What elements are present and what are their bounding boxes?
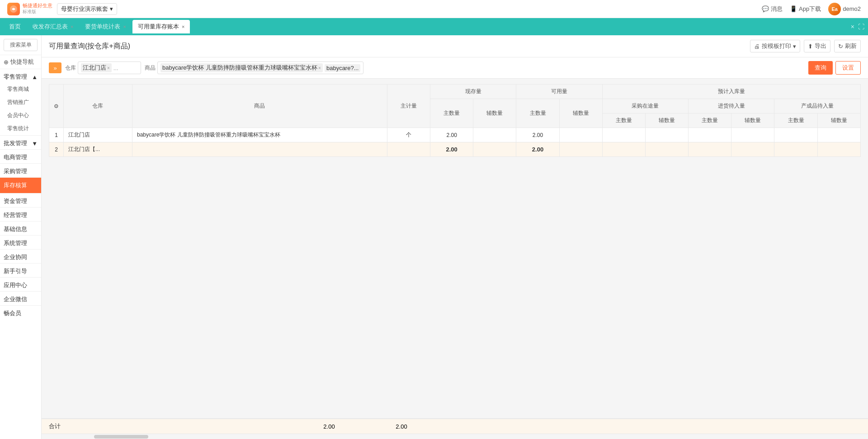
main-layout: 搜索菜单 ⊕ 快捷导航 零售管理 ▲ 零售商城 营销推广 会员中心 零售统计 批…	[0, 35, 868, 439]
row-2-avail-aux	[559, 142, 602, 157]
wholesale-label: 批发管理	[4, 139, 27, 147]
export-label: 导出	[815, 42, 826, 50]
tab-inventory-close[interactable]: ×	[182, 24, 184, 29]
sidebar-section-operations: 经营管理	[0, 207, 41, 221]
sidebar-search-area: 搜索菜单	[0, 35, 41, 55]
product-tag-1-close[interactable]: ×	[318, 66, 321, 71]
export-button[interactable]: ⬆ 导出	[804, 40, 830, 52]
filter-toggle-button[interactable]: »	[49, 62, 61, 73]
horizontal-scrollbar[interactable]	[42, 434, 868, 439]
col-unit-header: 主计量	[387, 85, 430, 128]
top-bar: 畅捷通好生意 标准版 母婴行业演示账套 ▾ 💬 消息 📱 App下载 Ea de…	[0, 0, 868, 18]
sidebar-item-retail-mall[interactable]: 零售商城	[0, 83, 41, 96]
filter-bar: » 仓库 江北门店 × ... 商品 babycare学饮杯 儿童防摔防撞吸管杯…	[42, 57, 868, 79]
sidebar-operations-header[interactable]: 经营管理	[0, 208, 41, 221]
sidebar-item-members[interactable]: 会员中心	[0, 109, 41, 122]
sidebar-appcenter-header[interactable]: 应用中心	[0, 278, 41, 291]
sidebar-purchase-header[interactable]: 采购管理	[0, 164, 41, 177]
row-2-avail-main: 2.00	[516, 142, 559, 157]
tab-order-close[interactable]: ×	[123, 24, 126, 29]
scroll-thumb[interactable]	[94, 435, 148, 439]
col-purchase-transit-header: 采购在途量	[602, 99, 688, 113]
search-button[interactable]: 查询	[808, 61, 833, 75]
sidebar-section-wechat: 企业微信	[0, 291, 41, 305]
row-1-pur-main	[602, 128, 645, 142]
product-tag-1-text: babycare学饮杯 儿童防摔防撞吸管杯重力球吸嘴杯宝宝水杯	[162, 64, 317, 72]
system-label: 系统管理	[4, 239, 27, 247]
product-tag-2: babycare?...	[325, 64, 361, 72]
sidebar-section-wholesale: 批发管理 ▼	[0, 135, 41, 149]
sidebar-basic-header[interactable]: 基础信息	[0, 222, 41, 235]
message-button[interactable]: 💬 消息	[762, 5, 783, 13]
logo-icon	[7, 3, 20, 15]
print-template-button[interactable]: 🖨 按模板打印 ▾	[750, 40, 800, 52]
top-bar-right: 💬 消息 📱 App下载 Ea demo2	[762, 3, 861, 15]
user-area[interactable]: Ea demo2	[828, 3, 861, 15]
row-1-prod-main	[774, 128, 817, 142]
warehouse-tag-close[interactable]: ×	[107, 66, 110, 71]
sidebar-member-header[interactable]: 畅会员	[0, 306, 41, 319]
sidebar-newbie-header[interactable]: 新手引导	[0, 264, 41, 277]
sidebar-retail-header[interactable]: 零售管理 ▲	[0, 69, 41, 83]
industry-selector[interactable]: 母婴行业演示账套 ▾	[57, 3, 117, 15]
col-settings-header[interactable]: ⚙	[49, 85, 64, 128]
sidebar-ecommerce-header[interactable]: 电商管理	[0, 150, 41, 163]
sidebar-inventory-header[interactable]: 库存核算	[0, 178, 41, 193]
product-filter: 商品 babycare学饮杯 儿童防摔防撞吸管杯重力球吸嘴杯宝宝水杯 × bab…	[145, 61, 363, 74]
tab-collect-label: 收发存汇总表	[33, 23, 68, 31]
col-goods-aux-header: 辅数量	[731, 113, 774, 128]
tab-collect-close[interactable]: ×	[71, 24, 73, 29]
product-tag-1: babycare学饮杯 儿童防摔防撞吸管杯重力球吸嘴杯宝宝水杯 ×	[160, 63, 323, 72]
settings-button[interactable]: 设置	[835, 61, 861, 75]
row-2-pur-main	[602, 142, 645, 157]
sidebar-item-marketing[interactable]: 营销推广	[0, 96, 41, 109]
sidebar-section-retail: 零售管理 ▲ 零售商城 营销推广 会员中心 零售统计	[0, 69, 41, 135]
sidebar-wechat-header[interactable]: 企业微信	[0, 292, 41, 305]
row-1-avail-main: 2.00	[516, 128, 559, 142]
col-planned-header: 预计入库量	[602, 85, 860, 99]
refresh-button[interactable]: ↻ 刷新	[834, 40, 861, 52]
sidebar-collab-header[interactable]: 企业协同	[0, 250, 41, 263]
col-product-main-header: 主数量	[774, 113, 817, 128]
row-2-product	[132, 142, 387, 157]
logo-text-area: 畅捷通好生意 标准版	[23, 3, 52, 15]
row-2-num: 2	[49, 142, 64, 157]
search-menu-button[interactable]: 搜索菜单	[4, 39, 38, 51]
inventory-label: 库存核算	[4, 181, 27, 189]
col-product-waiting-header: 产成品待入量	[774, 99, 861, 113]
sidebar-section-appcenter: 应用中心	[0, 277, 41, 291]
quicknav-label: 快捷导航	[10, 58, 34, 66]
member-label: 畅会员	[4, 309, 21, 317]
warehouse-dots[interactable]: ...	[113, 65, 118, 71]
sidebar-item-quicknav[interactable]: ⊕ 快捷导航	[0, 55, 41, 69]
tab-home-label: 首页	[9, 23, 21, 31]
warehouse-input[interactable]: 江北门店 × ...	[78, 61, 141, 74]
row-1-num: 1	[49, 128, 64, 142]
window-close-button[interactable]: ×	[851, 23, 854, 30]
window-max-button[interactable]: ⛶	[858, 23, 864, 30]
tab-order[interactable]: 要货单统计表 ×	[80, 20, 131, 33]
refresh-icon: ↻	[838, 43, 843, 50]
sidebar-wholesale-header[interactable]: 批发管理 ▼	[0, 136, 41, 149]
col-goods-waiting-header: 进货待入量	[689, 99, 774, 113]
sidebar-section-purchase: 采购管理	[0, 163, 41, 177]
warehouse-label: 仓库	[65, 64, 76, 72]
chevron-print-icon: ▾	[793, 43, 796, 50]
tab-home[interactable]: 首页	[4, 20, 26, 33]
sidebar-finance-header[interactable]: 资金管理	[0, 194, 41, 207]
filter-actions: 查询 设置	[808, 61, 861, 75]
row-2-current-main: 2.00	[430, 142, 473, 157]
toggle-icon: »	[53, 65, 57, 71]
row-2-unit	[387, 142, 430, 157]
row-1-pur-aux	[645, 128, 688, 142]
app-download-button[interactable]: 📱 App下载	[790, 5, 821, 13]
sidebar-section-finance: 资金管理	[0, 193, 41, 207]
product-input[interactable]: babycare学饮杯 儿童防摔防撞吸管杯重力球吸嘴杯宝宝水杯 × babyca…	[157, 61, 363, 74]
sidebar-system-header[interactable]: 系统管理	[0, 236, 41, 249]
table-area: ⚙ 仓库 商品 主计量 现存量 可用量 预计入库量 主数量 辅数量 主数量 辅数…	[42, 79, 868, 418]
tab-collect[interactable]: 收发存汇总表 ×	[27, 20, 79, 33]
sidebar-item-retail-stats[interactable]: 零售统计	[0, 122, 41, 135]
tab-inventory[interactable]: 可用量库存账本 ×	[132, 20, 190, 33]
message-icon: 💬	[762, 5, 769, 12]
compass-icon: ⊕	[4, 59, 9, 66]
